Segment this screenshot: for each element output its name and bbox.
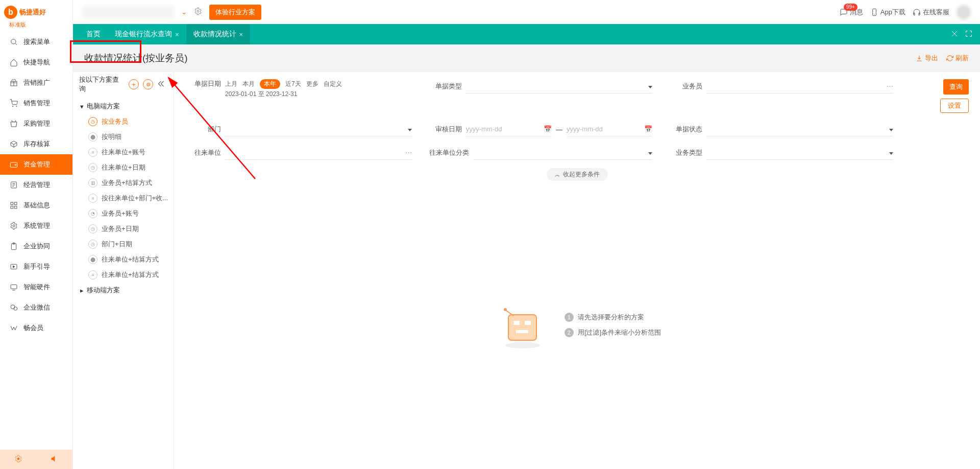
caret-icon: ▸ (80, 287, 84, 294)
nav-tv[interactable]: 智能硬件 (0, 277, 72, 297)
svg-point-15 (13, 225, 15, 227)
scheme-item[interactable]: ◔业务员+账号 (73, 206, 174, 221)
nav-box[interactable]: 库存核算 (0, 134, 72, 154)
fullscreen-icon[interactable] (965, 30, 973, 39)
nav-grid[interactable]: 基础信息 (0, 195, 72, 216)
pie-icon: ◔ (88, 209, 97, 218)
filter-settings-button[interactable]: 设置 (940, 99, 969, 113)
org-selector[interactable] (82, 6, 174, 19)
trial-button[interactable]: 体验行业方案 (209, 5, 261, 20)
date-tab[interactable]: 本月 (242, 80, 255, 88)
avatar[interactable] (957, 5, 971, 19)
partner-cat-select[interactable] (473, 146, 653, 160)
add-scheme-button[interactable]: + (129, 79, 139, 89)
calendar-icon[interactable]: 📅 (544, 125, 552, 133)
tab-收款情况统计[interactable]: 收款情况统计× (186, 24, 251, 44)
collapse-filters-button[interactable]: ︽ 收起更多条件 (547, 168, 608, 181)
nav-gear[interactable]: 系统管理 (0, 216, 72, 236)
audit-date-label: 审核日期 (426, 125, 462, 134)
sound-icon[interactable] (51, 455, 59, 464)
audit-date-to[interactable]: yyyy-mm-dd📅 (567, 122, 652, 136)
svg-point-34 (504, 308, 507, 311)
nav-bag[interactable]: 采购管理 (0, 113, 72, 134)
tv-icon (9, 283, 18, 292)
date-tab[interactable]: 更多 (306, 80, 318, 88)
audit-date-from[interactable]: yyyy-mm-dd📅 (466, 122, 552, 136)
date-separator: — (556, 126, 562, 133)
date-tab[interactable]: 近7天 (285, 80, 301, 88)
support-link[interactable]: 在线客服 (913, 8, 949, 17)
svg-rect-19 (11, 285, 17, 289)
scheme-item[interactable]: ⬤按明细 (73, 129, 174, 145)
scheme-group[interactable]: ▸移动端方案 (73, 283, 174, 298)
scheme-panel: 按以下方案查询 + ⚙ ▾电脑端方案◷按业务员⬤按明细≡往来单位+账号◷往来单位… (73, 72, 174, 469)
scheme-group[interactable]: ▾电脑端方案 (73, 99, 174, 114)
org-settings-icon[interactable] (194, 7, 202, 17)
nav-wechat[interactable]: 企业微信 (0, 297, 72, 318)
biz-type-select[interactable] (706, 146, 893, 160)
partner-input[interactable]: ⋯ (225, 146, 412, 160)
app-download-link[interactable]: App下载 (870, 8, 905, 17)
nav-search[interactable]: 搜索菜单 (0, 32, 72, 52)
play-icon (9, 262, 18, 271)
scheme-settings-button[interactable]: ⚙ (143, 79, 153, 89)
scheme-item[interactable]: ◷往来单位+日期 (73, 160, 174, 175)
bag-icon (9, 119, 18, 128)
brand-icon: b (4, 6, 17, 19)
department-label: 部门 (185, 125, 221, 134)
more-icon[interactable]: ⋯ (405, 149, 412, 156)
scheme-item[interactable]: ≡按往来单位+部门+收... (73, 191, 174, 206)
nav-vip[interactable]: 畅会员 (0, 318, 72, 338)
scheme-item[interactable]: ⬤往来单位+结算方式 (73, 252, 174, 267)
date-tab[interactable]: 本年 (260, 79, 280, 89)
nav-home[interactable]: 快捷导航 (0, 52, 72, 73)
grid-icon (9, 201, 18, 210)
nav-wallet[interactable]: 资金管理 (0, 154, 72, 175)
nav-gift[interactable]: 营销推广 (0, 73, 72, 93)
svg-point-23 (17, 458, 19, 460)
nav-doc[interactable]: 经营管理 (0, 175, 72, 195)
scheme-item[interactable]: ◷业务员+日期 (73, 221, 174, 237)
caret-down-icon (408, 129, 412, 131)
nav-clip[interactable]: 企业协同 (0, 236, 72, 256)
scheme-item[interactable]: ◷按业务员 (73, 114, 174, 129)
org-caret-icon[interactable]: ⌄ (181, 8, 187, 16)
nav-play[interactable]: 新手引导 (0, 256, 72, 277)
collapse-panel-icon[interactable] (157, 79, 167, 90)
empty-step-1: 1 请先选择要分析的方案 (565, 313, 661, 322)
scheme-item[interactable]: ≡往来单位+账号 (73, 145, 174, 160)
bill-type-select[interactable] (466, 79, 653, 93)
svg-point-35 (505, 342, 540, 348)
bill-status-select[interactable] (706, 122, 893, 136)
tab-现金银行流水查询[interactable]: 现金银行流水查询× (108, 24, 186, 44)
empty-step-2: 2 用[过滤]条件来缩小分析范围 (565, 328, 661, 337)
close-icon[interactable]: × (175, 31, 179, 38)
calendar-icon[interactable]: 📅 (644, 125, 652, 133)
department-select[interactable] (225, 122, 412, 136)
caret-down-icon (889, 152, 893, 155)
clock-icon: ◷ (88, 117, 97, 126)
svg-rect-25 (873, 9, 876, 15)
close-icon[interactable]: × (239, 31, 243, 38)
messages-link[interactable]: 99+ 消息 (840, 8, 863, 17)
salesman-input[interactable]: ⋯ (706, 79, 893, 93)
scheme-item[interactable]: ▥业务员+结算方式 (73, 175, 174, 191)
tab-首页[interactable]: 首页 (79, 24, 108, 44)
settings-icon[interactable] (14, 455, 22, 464)
svg-point-4 (16, 106, 17, 106)
more-icon[interactable]: ⋯ (887, 82, 893, 90)
query-button[interactable]: 查询 (943, 79, 969, 95)
nav-cart[interactable]: 销售管理 (0, 93, 72, 113)
date-tab[interactable]: 自定义 (324, 80, 342, 88)
refresh-button[interactable]: 刷新 (946, 54, 969, 63)
bill-status-label: 单据状态 (667, 125, 702, 134)
svg-rect-13 (11, 206, 13, 208)
close-all-icon[interactable] (950, 30, 959, 39)
scheme-item[interactable]: ◷部门+日期 (73, 237, 174, 252)
date-tab[interactable]: 上月 (225, 80, 237, 88)
box-icon (9, 139, 18, 149)
export-button[interactable]: 导出 (916, 54, 938, 63)
scheme-panel-title: 按以下方案查询 (79, 75, 125, 93)
scheme-item[interactable]: ≡往来单位+结算方式 (73, 267, 174, 283)
caret-icon: ▾ (80, 103, 84, 110)
